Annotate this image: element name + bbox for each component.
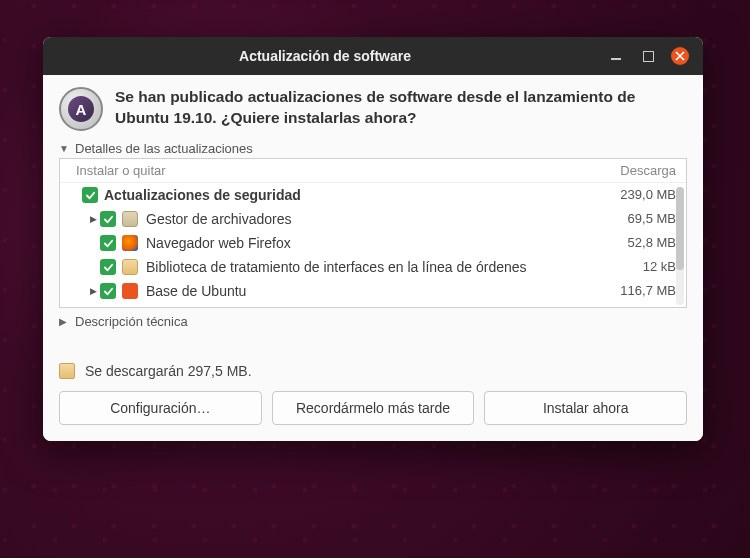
update-window: Actualización de software A Se han publi…	[43, 37, 703, 441]
install-now-button[interactable]: Instalar ahora	[484, 391, 687, 425]
checkbox[interactable]	[100, 259, 116, 275]
item-size: 69,5 MB	[628, 209, 676, 229]
ubuntu-icon	[122, 283, 138, 299]
updates-list: Instalar o quitar Descarga Actualizacion…	[59, 158, 687, 308]
tech-desc-expander[interactable]: Descripción técnica	[59, 314, 687, 329]
expand-arrow-icon[interactable]: ▶	[86, 281, 100, 301]
content-area: A Se han publicado actualizaciones de so…	[43, 75, 703, 441]
checkbox[interactable]	[100, 235, 116, 251]
item-size: 116,7 MB	[620, 281, 676, 301]
library-icon	[122, 259, 138, 275]
chevron-right-icon	[59, 316, 71, 327]
item-label: Biblioteca de tratamiento de interfaces …	[146, 257, 643, 277]
tech-desc-label: Descripción técnica	[75, 314, 188, 329]
headline-text: Se han publicado actualizaciones de soft…	[115, 87, 687, 129]
col-install-header[interactable]: Instalar o quitar	[76, 163, 620, 178]
details-expander[interactable]: Detalles de las actualizaciones	[59, 141, 687, 156]
details-label: Detalles de las actualizaciones	[75, 141, 253, 156]
expand-arrow-icon[interactable]: ▶	[86, 209, 100, 229]
checkbox[interactable]	[100, 283, 116, 299]
checkbox[interactable]	[100, 211, 116, 227]
chevron-down-icon	[59, 143, 71, 154]
window-controls	[607, 47, 695, 65]
settings-button[interactable]: Configuración…	[59, 391, 262, 425]
item-label: Navegador web Firefox	[146, 233, 628, 253]
list-item[interactable]: ▶Base de Ubuntu116,7 MB	[60, 279, 686, 303]
col-download-header[interactable]: Descarga	[620, 163, 676, 178]
maximize-button[interactable]	[639, 47, 657, 65]
scrollbar-thumb[interactable]	[676, 187, 684, 270]
close-button[interactable]	[671, 47, 689, 65]
scrollbar[interactable]	[676, 187, 684, 305]
list-header: Instalar o quitar Descarga	[60, 159, 686, 183]
list-item[interactable]: Navegador web Firefox52,8 MB	[60, 231, 686, 255]
item-label: Actualizaciones de seguridad	[104, 185, 620, 205]
titlebar: Actualización de software	[43, 37, 703, 75]
package-icon	[59, 363, 75, 379]
button-row: Configuración… Recordármelo más tarde In…	[59, 391, 687, 425]
download-summary: Se descargarán 297,5 MB.	[59, 363, 687, 379]
list-item[interactable]: Actualizaciones de seguridad239,0 MB	[60, 183, 686, 207]
remind-later-button[interactable]: Recordármelo más tarde	[272, 391, 475, 425]
firefox-icon	[122, 235, 138, 251]
download-text: Se descargarán 297,5 MB.	[85, 363, 252, 379]
item-size: 239,0 MB	[620, 185, 676, 205]
list-item[interactable]: ▶Gestor de archivadores69,5 MB	[60, 207, 686, 231]
window-title: Actualización de software	[43, 48, 607, 64]
list-item[interactable]: Biblioteca de tratamiento de interfaces …	[60, 255, 686, 279]
archive-icon	[122, 211, 138, 227]
software-updater-icon: A	[59, 87, 103, 131]
minimize-button[interactable]	[607, 47, 625, 65]
list-rows: Actualizaciones de seguridad239,0 MB▶Ges…	[60, 183, 686, 303]
item-size: 52,8 MB	[628, 233, 676, 253]
item-label: Base de Ubuntu	[146, 281, 620, 301]
checkbox[interactable]	[82, 187, 98, 203]
item-size: 12 kB	[643, 257, 676, 277]
header-row: A Se han publicado actualizaciones de so…	[59, 87, 687, 131]
item-label: Gestor de archivadores	[146, 209, 628, 229]
